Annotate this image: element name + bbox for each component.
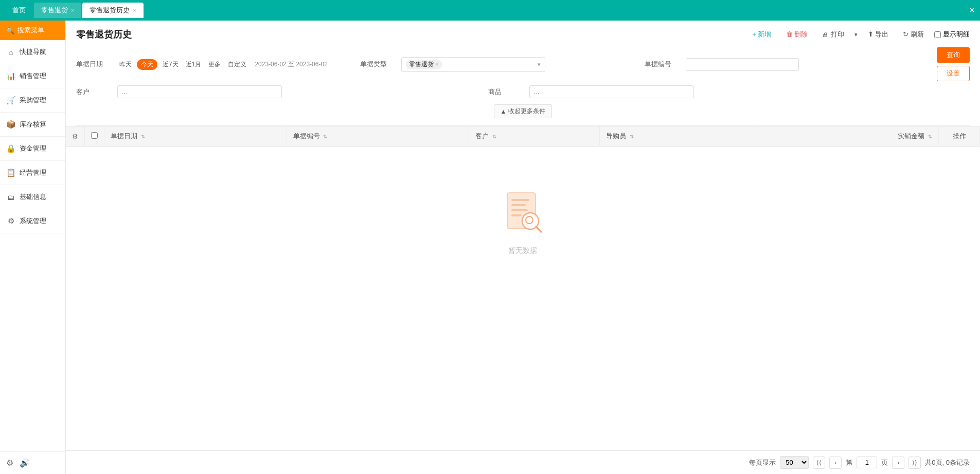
th-settings[interactable]: ⚙ xyxy=(66,126,85,147)
settings-button[interactable]: 设置 xyxy=(937,66,970,81)
filter-customer-col: 客户 xyxy=(76,85,488,98)
page-next-button[interactable]: › xyxy=(892,457,904,469)
filter-type-col: 单据类型 零售退货 × ▾ xyxy=(360,57,644,72)
tab-retail-return-history[interactable]: 零售退货历史 × xyxy=(82,3,143,18)
print-button[interactable]: 🖨 打印 xyxy=(818,28,848,41)
sidebar-item-purchase-mgmt[interactable]: 🛒 采购管理 xyxy=(0,88,65,113)
collapse-label: 收起更多条件 xyxy=(508,107,545,116)
svg-rect-1 xyxy=(511,199,529,201)
tab-retail-return-close[interactable]: × xyxy=(71,7,74,13)
number-filter-input[interactable] xyxy=(686,58,799,71)
customer-filter-input[interactable] xyxy=(117,85,282,98)
new-button[interactable]: + 新增 xyxy=(748,28,775,41)
type-dropdown-icon[interactable]: ▾ xyxy=(538,61,541,68)
date-option-today[interactable]: 今天 xyxy=(137,59,157,70)
sales-icon: 📊 xyxy=(6,71,15,81)
pagination-bar: 每页显示 10 20 50 100 ⟨⟨ ‹ 第 页 › ⟩⟩ 共0页, 0条记… xyxy=(66,450,980,474)
finance-icon: 🔒 xyxy=(6,144,15,153)
empty-row: 暂无数据 xyxy=(66,147,980,297)
table-body: 暂无数据 xyxy=(66,147,980,297)
sidebar-item-sales-mgmt[interactable]: 📊 销售管理 xyxy=(0,64,65,88)
filter-number-col: 单据编号 xyxy=(645,58,929,71)
filter-goods-col: 商品 xyxy=(488,85,900,98)
th-amount[interactable]: 实销金额 ⇅ xyxy=(756,126,939,147)
svg-rect-4 xyxy=(511,214,522,216)
date-options: 昨天 今天 近7天 近1月 更多 自定义 2023-06-02 至 2023-0… xyxy=(117,59,328,70)
tab-home[interactable]: 首页 xyxy=(5,3,33,18)
page-number-input[interactable] xyxy=(857,457,877,468)
audio-bottom-icon[interactable]: 🔊 xyxy=(20,458,30,468)
collapse-button[interactable]: ▲ 收起更多条件 xyxy=(494,104,553,118)
th-number[interactable]: 单据编号 ⇅ xyxy=(287,126,469,147)
goods-filter-input[interactable] xyxy=(529,85,694,98)
per-page-select[interactable]: 10 20 50 100 xyxy=(780,456,809,469)
number-filter-label: 单据编号 xyxy=(645,60,681,69)
page-first-button[interactable]: ⟨⟨ xyxy=(813,457,825,469)
window-close-button[interactable]: × xyxy=(969,5,975,16)
date-option-7days[interactable]: 近7天 xyxy=(161,59,181,70)
query-button[interactable]: 查询 xyxy=(937,47,970,63)
date-option-1month[interactable]: 近1月 xyxy=(184,59,204,70)
inventory-icon: 📦 xyxy=(6,120,15,129)
sidebar-item-system[interactable]: ⚙ 系统管理 xyxy=(0,209,65,233)
table-header: ⚙ 单据日期 ⇅ 单据编号 ⇅ xyxy=(66,126,980,147)
empty-cell: 暂无数据 xyxy=(66,147,980,297)
empty-illustration xyxy=(497,188,548,239)
sidebar-search[interactable]: 🔍 搜索菜单 xyxy=(0,21,65,40)
th-customer-sort-icon: ⇅ xyxy=(492,134,496,139)
th-date[interactable]: 单据日期 ⇅ xyxy=(104,126,287,147)
tab-retail-return[interactable]: 零售退货 × xyxy=(34,3,81,18)
tab-home-label: 首页 xyxy=(12,6,26,15)
sidebar-item-inventory[interactable]: 📦 库存核算 xyxy=(0,113,65,137)
sidebar-item-quick-nav[interactable]: ⌂ 快捷导航 xyxy=(0,40,65,64)
show-detail-checkbox[interactable] xyxy=(934,31,941,38)
customer-filter-label: 客户 xyxy=(76,87,112,97)
sidebar-item-finance[interactable]: 🔒 资金管理 xyxy=(0,137,65,161)
sidebar-item-basic-info[interactable]: 🗂 基础信息 xyxy=(0,185,65,209)
date-option-more[interactable]: 更多 xyxy=(206,59,223,70)
type-filter-input[interactable]: 零售退货 × ▾ xyxy=(401,57,545,72)
sidebar-bottom: ⚙ 🔊 xyxy=(0,451,65,474)
show-detail-label: 显示明细 xyxy=(943,30,970,39)
purchase-icon: 🛒 xyxy=(6,96,15,105)
sidebar-item-basic-info-label: 基础信息 xyxy=(20,192,46,202)
type-filter-label: 单据类型 xyxy=(360,60,396,69)
sidebar-item-inventory-label: 库存核算 xyxy=(20,120,46,129)
column-settings-icon[interactable]: ⚙ xyxy=(72,133,78,140)
export-button[interactable]: ⬆ 导出 xyxy=(864,28,893,41)
filter-row-2: 客户 商品 xyxy=(76,85,970,98)
page-last-button[interactable]: ⟩⟩ xyxy=(908,457,921,469)
th-checkbox[interactable] xyxy=(85,126,104,147)
type-tag-close[interactable]: × xyxy=(435,61,438,67)
filter-date-col: 单据日期 昨天 今天 近7天 近1月 更多 自定义 2023-06-02 至 2… xyxy=(76,59,360,70)
delete-button[interactable]: 🗑 删除 xyxy=(782,28,812,41)
empty-text: 暂无数据 xyxy=(508,246,537,256)
refresh-button[interactable]: ↻ 刷新 xyxy=(899,28,928,41)
th-guide[interactable]: 导购员 ⇅ xyxy=(600,126,756,147)
per-page-label: 每页显示 xyxy=(749,458,776,467)
page-header-top: 零售退货历史 + 新增 🗑 删除 🖨 打印 ▾ ⬆ 导出 ↻ 刷新 显示明细 xyxy=(76,28,970,41)
date-option-yesterday[interactable]: 昨天 xyxy=(117,59,134,70)
filter-row-1: 单据日期 昨天 今天 近7天 近1月 更多 自定义 2023-06-02 至 2… xyxy=(76,47,970,81)
sidebar-item-operations-label: 经营管理 xyxy=(20,168,46,177)
tab-retail-return-history-close[interactable]: × xyxy=(133,7,136,13)
print-dropdown-icon[interactable]: ▾ xyxy=(854,31,858,38)
tab-retail-return-label: 零售退货 xyxy=(41,6,68,15)
th-customer[interactable]: 客户 ⇅ xyxy=(469,126,600,147)
settings-bottom-icon[interactable]: ⚙ xyxy=(6,458,13,468)
date-range-display: 2023-06-02 至 2023-06-02 xyxy=(255,60,327,69)
content-area: 零售退货历史 + 新增 🗑 删除 🖨 打印 ▾ ⬆ 导出 ↻ 刷新 显示明细 xyxy=(66,21,980,474)
th-number-label: 单据编号 xyxy=(293,132,320,140)
date-option-custom[interactable]: 自定义 xyxy=(226,59,248,70)
goods-filter-label: 商品 xyxy=(488,87,524,97)
date-filter-label: 单据日期 xyxy=(76,60,112,69)
th-amount-sort-icon: ⇅ xyxy=(928,134,932,139)
select-all-checkbox[interactable] xyxy=(91,132,98,139)
page-label: 第 xyxy=(846,458,852,467)
page-prev-button[interactable]: ‹ xyxy=(829,457,842,469)
th-guide-label: 导购员 xyxy=(606,132,626,140)
page-header: 零售退货历史 + 新增 🗑 删除 🖨 打印 ▾ ⬆ 导出 ↻ 刷新 显示明细 xyxy=(66,21,980,126)
query-settings-buttons: 查询 设置 xyxy=(937,47,970,81)
sidebar-item-quick-nav-label: 快捷导航 xyxy=(20,47,46,57)
sidebar-item-operations[interactable]: 📋 经营管理 xyxy=(0,161,65,185)
